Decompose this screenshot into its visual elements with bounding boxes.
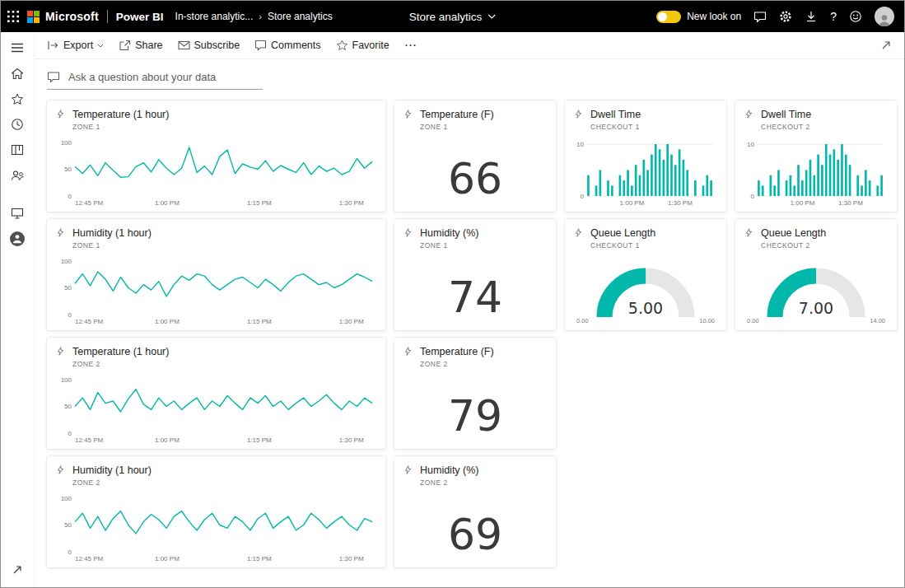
comments-label: Comments [271,40,320,51]
new-look-toggle[interactable]: New look on [656,11,741,23]
help-button[interactable]: ? [830,10,837,23]
sidebar-item-home[interactable] [1,61,34,86]
account-avatar[interactable] [875,7,894,26]
svg-text:10: 10 [747,141,754,148]
dashboard-title-dropdown[interactable]: Store analytics [409,11,497,23]
svg-text:0: 0 [68,311,72,319]
svg-text:0: 0 [68,430,72,437]
svg-text:1:00 PM: 1:00 PM [620,199,645,207]
tile-temperature-f-zone1[interactable]: Temperature (F) ZONE 1 66 [394,100,556,212]
breadcrumb-parent[interactable]: In-store analytic... [175,11,254,22]
download-icon [805,10,818,23]
tile-humidity-1hour-zone2[interactable]: Humidity (1 hour) ZONE 2 05010012:45 PM1… [47,456,385,567]
tile-subtitle: ZONE 1 [420,241,479,250]
workspace-icon [11,208,24,219]
sidebar-item-shared[interactable] [1,163,34,188]
tile-humidity-pct-zone2[interactable]: Humidity (%) ZONE 2 69 [394,456,556,567]
tile-titles: Queue Length CHECKOUT 1 [590,227,655,250]
sidebar-item-favorites[interactable] [1,86,34,111]
smiley-button[interactable] [849,10,862,23]
gauge-chart: 7.000.0014.00 [744,253,889,325]
card-value: 79 [403,394,548,444]
diagonal-arrow-icon [12,564,23,576]
tile-temperature-1hour-zone1[interactable]: Temperature (1 hour) ZONE 1 05010012:45 … [47,100,385,212]
sidebar-item-workspaces[interactable] [1,201,34,226]
sidebar-item-my-workspace[interactable] [1,226,34,251]
sidebar-item-recent[interactable] [1,112,34,137]
svg-text:50: 50 [64,521,72,529]
tile-body: 05010012:45 PM1:00 PM1:15 PM1:30 PM [55,368,377,444]
svg-text:5.00: 5.00 [628,299,663,317]
tile-header: Queue Length CHECKOUT 1 [573,226,718,250]
tile-title: Humidity (%) [420,227,479,240]
tile-temperature-1hour-zone2[interactable]: Temperature (1 hour) ZONE 2 05010012:45 … [47,338,385,449]
tile-humidity-pct-zone1[interactable]: Humidity (%) ZONE 1 74 [394,219,556,330]
sidebar-item-apps[interactable] [1,138,34,162]
hamburger-menu-button[interactable] [1,35,34,60]
tile-dwell-time-checkout2[interactable]: Dwell Time CHECKOUT 2 0101:00 PM1:30 PM [735,100,897,212]
share-button[interactable]: Share [111,32,170,58]
tile-header: Temperature (F) ZONE 2 [403,344,548,368]
svg-text:1:15 PM: 1:15 PM [247,436,272,444]
new-look-label: New look on [687,11,741,22]
line-chart: 05010012:45 PM1:00 PM1:15 PM1:30 PM [55,136,377,207]
settings-button[interactable] [779,10,792,23]
svg-text:100: 100 [61,495,72,502]
svg-text:10: 10 [576,141,584,148]
tile-temperature-f-zone2[interactable]: Temperature (F) ZONE 2 79 [394,338,556,449]
card-value: 74 [403,276,548,325]
svg-text:100: 100 [61,139,72,147]
svg-text:1:15 PM: 1:15 PM [247,199,272,207]
svg-text:1:00 PM: 1:00 PM [155,318,180,325]
tile-subtitle: ZONE 1 [420,123,494,131]
tile-queue-length-checkout2[interactable]: Queue Length CHECKOUT 2 7.000.0014.00 [735,219,897,330]
tile-titles: Humidity (1 hour) ZONE 2 [72,464,152,487]
tile-subtitle: CHECKOUT 2 [761,241,826,250]
tile-dwell-time-checkout1[interactable]: Dwell Time CHECKOUT 1 0101:00 PM1:30 PM [565,100,726,212]
export-button[interactable]: Export [40,32,111,58]
tile-header: Humidity (1 hour) ZONE 1 [55,226,377,250]
comments-button[interactable]: Comments [247,32,328,58]
tile-humidity-1hour-zone1[interactable]: Humidity (1 hour) ZONE 1 05010012:45 PM1… [47,219,385,330]
breadcrumb-current[interactable]: Store analytics [268,11,333,22]
subscribe-label: Subscribe [194,40,240,51]
svg-text:1:00 PM: 1:00 PM [791,199,815,207]
tile-titles: Temperature (1 hour) ZONE 1 [72,109,169,131]
svg-text:50: 50 [64,166,72,173]
more-options-button[interactable]: ⋯ [397,32,425,58]
tile-title: Queue Length [590,227,655,240]
tile-queue-length-checkout1[interactable]: Queue Length CHECKOUT 1 5.000.0010.00 [565,219,726,330]
powerbi-wordmark[interactable]: Power BI [116,11,164,23]
download-button[interactable] [805,10,818,23]
svg-text:1:00 PM: 1:00 PM [155,555,180,562]
streaming-bolt-icon [56,346,65,357]
tile-header: Humidity (%) ZONE 2 [403,463,548,487]
sidebar-expand-button[interactable] [1,558,34,582]
help-icon: ? [830,10,837,23]
tile-header: Humidity (1 hour) ZONE 2 [55,463,377,487]
qna-input[interactable] [67,70,263,84]
line-chart: 05010012:45 PM1:00 PM1:15 PM1:30 PM [55,373,377,444]
svg-text:1:00 PM: 1:00 PM [155,436,180,444]
tile-subtitle: CHECKOUT 2 [761,123,811,131]
favorite-label: Favorite [352,40,390,51]
topbar: Microsoft Power BI In-store analytic... … [1,1,904,32]
streaming-bolt-icon [404,227,413,238]
avatar [875,7,894,26]
streaming-bolt-icon [56,464,65,475]
subscribe-button[interactable]: Subscribe [170,32,248,58]
svg-text:1:30 PM: 1:30 PM [838,199,863,207]
tile-body: 79 [403,368,548,444]
tile-grid: Temperature (1 hour) ZONE 1 05010012:45 … [47,100,894,567]
svg-text:1:30 PM: 1:30 PM [339,199,364,207]
feedback-button[interactable] [753,11,767,23]
app-launcher-button[interactable] [7,11,19,22]
tile-body: 5.000.0010.00 [573,250,718,325]
fullscreen-button[interactable] [873,32,899,58]
share-icon [119,40,131,51]
chevron-down-icon [97,44,104,48]
favorite-button[interactable]: Favorite [329,32,397,58]
svg-text:1:15 PM: 1:15 PM [247,555,272,562]
tile-titles: Dwell Time CHECKOUT 1 [590,109,641,131]
chevron-down-icon [487,14,496,19]
